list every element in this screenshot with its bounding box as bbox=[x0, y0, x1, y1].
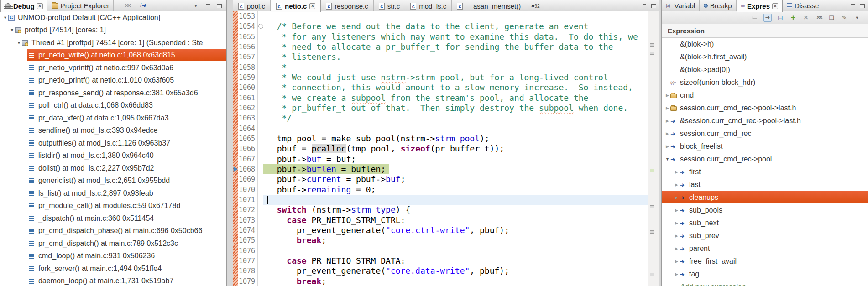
code-line[interactable]: pr_event_generate("core.ctrl-write", pbu… bbox=[263, 225, 648, 235]
code-line[interactable]: switch (nstrm->strm_type) { bbox=[263, 205, 648, 215]
editor-tab-response-c[interactable]: response.c bbox=[321, 0, 373, 11]
tab-expres[interactable]: Expres✕ bbox=[737, 0, 783, 12]
overview-annotation[interactable] bbox=[650, 205, 654, 208]
stack-row[interactable]: sendline() at mod_ls.c:393 0x94edce bbox=[0, 125, 226, 137]
code-text-area[interactable]: /* Before we send out the data to the cl… bbox=[263, 11, 648, 286]
stack-row[interactable]: pr_response_send() at response.c:381 0x6… bbox=[0, 87, 226, 99]
edit-expression-icon[interactable]: ✎ bbox=[840, 14, 848, 22]
expander-icon[interactable]: ▶ bbox=[674, 195, 680, 200]
stack-row[interactable]: pr_data_xfer() at data.c:1,095 0x667da3 bbox=[0, 112, 226, 125]
tab-variabl[interactable]: Variabl bbox=[662, 0, 700, 11]
minimize-icon[interactable] bbox=[851, 4, 856, 8]
code-line[interactable]: /* Before we send out the data to the cl… bbox=[263, 21, 648, 31]
editor-tab-netio-c[interactable]: netio.c✕ bbox=[271, 0, 321, 12]
stack-row[interactable]: dolist() at mod_ls.c:2,227 0x95b7d2 bbox=[0, 162, 226, 175]
expander-icon[interactable]: ▶ bbox=[664, 131, 670, 136]
expression-row[interactable]: sizeof(union block_hdr) bbox=[662, 76, 868, 89]
expander-icon[interactable]: ▼ bbox=[9, 28, 15, 32]
add-expression-icon[interactable]: + bbox=[789, 14, 797, 22]
collapse-all-icon[interactable]: ⊟ bbox=[776, 14, 784, 22]
expression-row[interactable]: ▶session.curr_cmd_rec bbox=[662, 127, 868, 140]
expression-row[interactable]: &(blok->pad[0]) bbox=[662, 63, 868, 76]
code-line[interactable]: * We could just use nstrm->strm_pool, bu… bbox=[263, 73, 648, 83]
code-line[interactable]: pr_event_generate("core.data-write", pbu… bbox=[263, 266, 648, 276]
restart-icon[interactable]: i➜ bbox=[140, 2, 146, 9]
stack-row[interactable]: pr_netio_vprintf() at netio.c:997 0x63d0… bbox=[0, 62, 226, 74]
expander-icon[interactable]: ▼ bbox=[16, 41, 22, 45]
stack-row[interactable]: pr_netio_write() at netio.c:1,068 0x63d8… bbox=[0, 49, 226, 62]
minimize-icon[interactable] bbox=[206, 4, 211, 8]
tab-project-explorer[interactable]: Project Explorer bbox=[47, 0, 114, 11]
new-expressions-view-icon[interactable]: ❏ bbox=[827, 14, 836, 22]
stack-row[interactable]: ▼Thread #1 [proftpd] 74514 [core: 1] (Su… bbox=[0, 36, 226, 49]
expression-row[interactable]: ▶tag bbox=[662, 268, 868, 281]
expander-icon[interactable]: ▶ bbox=[674, 170, 680, 174]
expression-row[interactable]: ▶block_freelist bbox=[662, 140, 868, 153]
expander-icon[interactable]: ▶ bbox=[674, 182, 680, 187]
code-line[interactable]: * for any listeners which may want to ex… bbox=[263, 32, 648, 42]
stack-row[interactable]: listdir() at mod_ls.c:1,380 0x964c40 bbox=[0, 150, 226, 162]
stack-row[interactable]: daemon_loop() at main.c:1,731 0x519ab7 bbox=[0, 275, 226, 286]
fold-collapse-icon[interactable] bbox=[258, 24, 263, 29]
expression-row[interactable]: ▶sub_next bbox=[662, 217, 868, 229]
close-icon[interactable]: ✕ bbox=[37, 3, 43, 9]
expression-row[interactable]: ▶first bbox=[662, 166, 868, 178]
editor-tab--asan-memset-[interactable]: __asan_memset() bbox=[452, 0, 526, 11]
expression-row[interactable]: ▶sub_prev bbox=[662, 229, 868, 242]
stack-row[interactable]: fork_server() at main.c:1,494 0x51ffe4 bbox=[0, 262, 226, 275]
remove-all-expressions-icon[interactable]: ✕✕ bbox=[815, 14, 823, 22]
expression-row[interactable]: ▶cmd bbox=[662, 89, 868, 102]
overview-ruler[interactable] bbox=[648, 11, 659, 286]
code-line[interactable]: * connection, this would amount to a slo… bbox=[263, 83, 648, 93]
code-line[interactable]: tmp_pool = make_sub_pool(nstrm->strm_poo… bbox=[263, 134, 648, 144]
expander-icon[interactable]: ▶ bbox=[674, 221, 680, 225]
expander-icon[interactable]: ▼ bbox=[2, 16, 8, 20]
annotation-ruler[interactable] bbox=[233, 11, 238, 286]
close-icon[interactable]: ✕ bbox=[772, 3, 778, 9]
show-logical-structure-icon[interactable]: ➜ bbox=[763, 14, 772, 22]
overview-annotation[interactable] bbox=[650, 52, 654, 55]
tab-overflow-chevron[interactable]: »92 bbox=[526, 0, 541, 11]
code-line[interactable]: * we create a subpool from the stream's … bbox=[263, 93, 648, 103]
code-line[interactable]: * pr_buffer_t out of that. Then simply d… bbox=[263, 103, 648, 113]
editor-tab-mod-ls-c[interactable]: mod_ls.c bbox=[405, 0, 452, 11]
expander-icon[interactable]: ▶ bbox=[674, 208, 680, 213]
code-line[interactable] bbox=[263, 124, 648, 134]
tab-debug[interactable]: Debug ✕ bbox=[0, 0, 47, 12]
stack-row[interactable]: outputfiles() at mod_ls.c:1,126 0x963b37 bbox=[0, 137, 226, 150]
tab-disasse[interactable]: Disasse bbox=[783, 0, 823, 11]
stack-row[interactable]: _dispatch() at main.c:360 0x511454 bbox=[0, 212, 226, 225]
stack-row[interactable]: pr_cmd_dispatch() at main.c:789 0x512c3c bbox=[0, 237, 226, 250]
code-line[interactable]: * bbox=[263, 62, 648, 73]
minimize-icon[interactable] bbox=[642, 4, 647, 8]
maximize-icon[interactable] bbox=[217, 4, 222, 8]
code-line[interactable]: * need to allocate a pr_buffer_t for sen… bbox=[263, 42, 648, 52]
expression-row[interactable]: &(blok->h) bbox=[662, 38, 868, 51]
overview-annotation[interactable] bbox=[650, 273, 654, 276]
stack-row[interactable]: poll_ctrl() at data.c:1,068 0x66dd83 bbox=[0, 99, 226, 112]
expander-icon[interactable]: ▼ bbox=[664, 157, 670, 161]
maximize-icon[interactable] bbox=[651, 4, 656, 8]
code-line[interactable]: break; bbox=[263, 276, 648, 286]
expander-icon[interactable]: ▶ bbox=[664, 144, 670, 149]
code-line[interactable] bbox=[263, 246, 648, 256]
stack-row[interactable]: ▼UNMOD-proftpd Default [C/C++ Applicatio… bbox=[0, 11, 226, 24]
code-line[interactable] bbox=[263, 11, 648, 21]
overview-annotation[interactable] bbox=[650, 230, 654, 234]
code-line[interactable]: break; bbox=[263, 235, 648, 245]
expression-row[interactable]: ▶cleanups bbox=[662, 191, 868, 204]
stack-row[interactable]: pr_netio_printf() at netio.c:1,010 0x63f… bbox=[0, 74, 226, 87]
editor-tab-str-c[interactable]: str.c bbox=[374, 0, 406, 11]
expression-row[interactable]: ▶sub_pools bbox=[662, 204, 868, 217]
expression-row[interactable]: ▼session.curr_cmd_rec->pool bbox=[662, 153, 868, 166]
code-line[interactable]: pbuf->buflen = buflen; bbox=[263, 164, 648, 174]
expression-row[interactable]: ▶parent bbox=[662, 242, 868, 255]
remove-expression-icon[interactable]: ✕ bbox=[802, 14, 810, 22]
stack-row[interactable]: cmd_loop() at main.c:931 0x506236 bbox=[0, 250, 226, 263]
expression-row[interactable]: ▶last bbox=[662, 178, 868, 191]
code-line[interactable]: pbuf->buf = buf; bbox=[263, 154, 648, 164]
expander-icon[interactable]: ▶ bbox=[674, 234, 680, 238]
tab-breakp[interactable]: Breakp bbox=[700, 0, 737, 11]
sash-debug-editor[interactable] bbox=[227, 0, 233, 286]
code-line[interactable]: pbuf = pcalloc(tmp_pool, sizeof(pr_buffe… bbox=[263, 144, 648, 154]
